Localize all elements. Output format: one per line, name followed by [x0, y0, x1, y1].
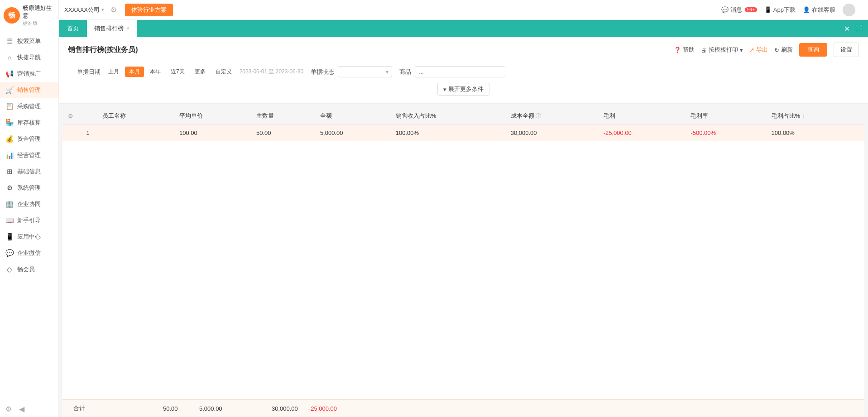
sidebar-item-wechat[interactable]: 💬 企业微信	[0, 245, 58, 261]
sidebar-nav: ☰ 搜索菜单 ⌂ 快捷导航 📢 营销推广 🛒 销售管理 📋 采购管理 🏪 库存核…	[0, 31, 58, 401]
online-service-action[interactable]: 👤 在线客服	[803, 6, 835, 14]
date-btn-7days[interactable]: 近7天	[167, 67, 189, 77]
app-download-action[interactable]: 📱 App下载	[764, 6, 796, 14]
export-label: 导出	[756, 46, 768, 54]
sidebar-label-quicknav: 快捷导航	[17, 53, 41, 62]
row-amount: 5,000.00	[315, 125, 390, 141]
sidebar-item-finance[interactable]: 💰 资金管理	[0, 131, 58, 147]
tab-close-window-icon[interactable]: ✕	[844, 24, 850, 33]
sidebar-label-member: 畅会员	[17, 265, 35, 273]
query-button[interactable]: 查询	[799, 43, 827, 57]
tab-close-icon[interactable]: ×	[126, 25, 129, 32]
page-content: 销售排行榜(按业务员) ❓ 帮助 🖨 按模板打印 ▾ ↗ 导出	[59, 37, 868, 417]
sidebar-item-enterprise[interactable]: 🏢 企业协同	[0, 196, 58, 212]
company-selector[interactable]: XXXXXX公司 ▾	[64, 6, 104, 14]
marketing-icon: 📢	[5, 70, 14, 78]
date-filter-label: 单据日期	[77, 68, 101, 76]
col-gross-pct: 毛利占比% ↕	[766, 107, 864, 125]
guide-icon: 📖	[5, 216, 14, 225]
status-select[interactable]	[338, 66, 392, 77]
finance-icon: 💰	[5, 135, 14, 143]
filter-area: 单据日期 上月 本月 本年 近7天 更多 自定义 2023-06-01 至 20…	[68, 62, 859, 103]
date-btn-more[interactable]: 更多	[191, 67, 210, 77]
goods-input[interactable]	[415, 66, 505, 77]
print-icon: 🖨	[701, 47, 707, 53]
logo-text-line1: 畅康通好生意	[23, 5, 55, 20]
operations-icon: 📊	[5, 151, 14, 159]
logo-icon: 畅	[4, 7, 20, 24]
basic-icon: ⊞	[5, 168, 14, 176]
page-title: 销售排行榜(按业务员)	[68, 45, 138, 55]
date-range-display: 2023-06-01 至 2023-06-30	[240, 68, 303, 76]
footer-gross: -25,000.00	[303, 405, 342, 412]
sidebar-collapse-icon[interactable]: ◀	[19, 405, 24, 413]
sidebar-item-member[interactable]: ◇ 畅会员	[0, 261, 58, 278]
settings-button[interactable]: 设置	[834, 43, 859, 57]
date-btn-this-year[interactable]: 本年	[146, 67, 165, 77]
header-right: 💬 消息 99+ 📱 App下载 👤 在线客服	[721, 4, 863, 16]
help-icon: ❓	[674, 47, 681, 53]
sidebar: 畅 畅康通好生意 标准版 ☰ 搜索菜单 ⌂ 快捷导航 📢 营销推广 🛒 销售管理…	[0, 0, 59, 417]
sidebar-item-sales[interactable]: 🛒 销售管理	[0, 82, 58, 98]
sidebar-label-purchase: 采购管理	[17, 102, 41, 110]
sidebar-item-quicknav[interactable]: ⌂ 快捷导航	[0, 49, 58, 66]
table-header-row: ⚙ 员工名称 平均单价 主数量 全额 销售收入占比% 成本全额 ⓘ 毛利 毛利率…	[62, 107, 864, 125]
status-filter: 单据状态	[311, 66, 392, 77]
row-gross-rate: -500.00%	[685, 125, 766, 141]
tab-home[interactable]: 首页	[59, 20, 87, 37]
sidebar-item-system[interactable]: ⚙ 系统管理	[0, 180, 58, 196]
sidebar-settings-icon[interactable]: ⚙	[5, 405, 12, 413]
row-main-qty: 50.00	[251, 125, 315, 141]
row-gross-pct: 100.00%	[766, 125, 864, 141]
sidebar-item-basic[interactable]: ⊞ 基础信息	[0, 163, 58, 180]
sidebar-bottom: ⚙ ◀	[0, 401, 58, 417]
expand-filters-button[interactable]: ▾ 展开更多条件	[437, 83, 489, 96]
avatar[interactable]	[843, 4, 855, 16]
print-button[interactable]: 🖨 按模板打印 ▾	[701, 46, 743, 54]
tab-bar: 首页 销售排行榜 × ✕ ⛶	[59, 20, 868, 37]
app-download-label: App下载	[773, 6, 796, 14]
apps-icon: 📱	[5, 233, 14, 241]
sidebar-label-finance: 资金管理	[17, 135, 41, 143]
wechat-icon: 💬	[5, 249, 14, 257]
sidebar-item-purchase[interactable]: 📋 采购管理	[0, 98, 58, 115]
sidebar-label-system: 系统管理	[17, 184, 41, 192]
export-button[interactable]: ↗ 导出	[749, 46, 768, 54]
help-button[interactable]: ❓ 帮助	[674, 46, 695, 54]
col-settings[interactable]: ⚙	[62, 107, 79, 125]
member-icon: ◇	[5, 265, 14, 273]
tab-sales-ranking[interactable]: 销售排行榜 ×	[87, 20, 137, 37]
company-dropdown-icon: ▾	[101, 7, 104, 13]
row-gross: -25,000.00	[598, 125, 686, 141]
print-dropdown-icon: ▾	[740, 47, 743, 53]
sidebar-item-apps[interactable]: 📱 应用中心	[0, 229, 58, 245]
date-buttons: 上月 本月 本年 近7天 更多 自定义	[104, 67, 236, 77]
header-settings-icon[interactable]: ⚙	[110, 5, 117, 14]
col-gross-rate: 毛利率	[685, 107, 766, 125]
sidebar-item-operations[interactable]: 📊 经营管理	[0, 147, 58, 163]
date-btn-custom[interactable]: 自定义	[211, 67, 236, 77]
system-icon: ⚙	[5, 184, 14, 192]
status-select-wrap	[338, 66, 392, 77]
row-settings	[62, 125, 79, 141]
trial-button[interactable]: 体验行业方案	[125, 4, 173, 16]
sidebar-item-inventory[interactable]: 🏪 库存核算	[0, 115, 58, 131]
refresh-button[interactable]: ↻ 刷新	[774, 46, 793, 54]
filter-row-1: 单据日期 上月 本月 本年 近7天 更多 自定义 2023-06-01 至 20…	[77, 66, 850, 77]
top-header: XXXXXX公司 ▾ ⚙ 体验行业方案 💬 消息 99+ 📱 App下载 👤 在…	[59, 0, 868, 20]
col-main-qty: 主数量	[251, 107, 315, 125]
sidebar-label-inventory: 库存核算	[17, 119, 41, 127]
footer-amount: 5,000.00	[194, 405, 230, 412]
sidebar-item-marketing[interactable]: 📢 营销推广	[0, 66, 58, 82]
row-cost: 30,000.00	[505, 125, 598, 141]
table-head: ⚙ 员工名称 平均单价 主数量 全额 销售收入占比% 成本全额 ⓘ 毛利 毛利率…	[62, 107, 864, 125]
sidebar-item-guide[interactable]: 📖 新手引导	[0, 212, 58, 229]
sidebar-item-search[interactable]: ☰ 搜索菜单	[0, 33, 58, 49]
date-filter: 单据日期 上月 本月 本年 近7天 更多 自定义 2023-06-01 至 20…	[77, 67, 303, 77]
logo-text-line2: 标准版	[23, 20, 55, 26]
sidebar-label-marketing: 营销推广	[17, 70, 41, 78]
tab-maximize-icon[interactable]: ⛶	[855, 24, 863, 33]
date-btn-this-month[interactable]: 本月	[125, 67, 144, 77]
message-action[interactable]: 💬 消息 99+	[721, 6, 757, 14]
date-btn-last-month[interactable]: 上月	[104, 67, 123, 77]
